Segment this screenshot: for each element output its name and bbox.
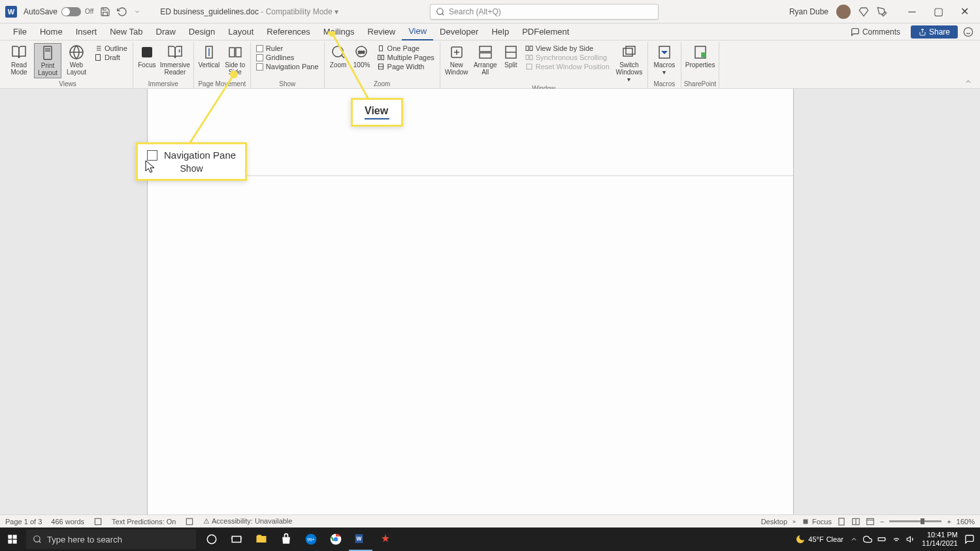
avatar[interactable] — [836, 5, 851, 19]
autosave-switch-icon[interactable] — [61, 7, 81, 16]
vertical-icon — [201, 44, 217, 60]
immersive-group-label: Immersive — [148, 80, 178, 88]
task-view-icon[interactable] — [225, 527, 248, 551]
notifications-icon[interactable] — [964, 534, 975, 544]
svg-rect-61 — [13, 540, 17, 544]
outline-button[interactable]: Outline — [94, 44, 127, 52]
user-name[interactable]: Ryan Dube — [789, 7, 828, 16]
zoom-in-button[interactable]: + — [947, 518, 951, 526]
one-page-button[interactable]: One Page — [377, 44, 434, 52]
web-layout-view-icon[interactable] — [866, 517, 875, 526]
properties-button[interactable]: Properties — [685, 43, 716, 70]
clock[interactable]: 10:41 PM 11/14/2021 — [922, 531, 958, 548]
maximize-button[interactable]: ▢ — [928, 4, 949, 20]
minimize-button[interactable]: ─ — [902, 4, 923, 20]
start-button[interactable] — [0, 527, 25, 551]
gridlines-checkbox[interactable]: Gridlines — [256, 54, 319, 61]
read-mode-view-icon[interactable] — [851, 517, 860, 526]
immersive-reader-button[interactable]: Immersive Reader — [159, 43, 191, 77]
tab-insert[interactable]: Insert — [69, 24, 104, 40]
focus-mode-button[interactable]: Focus — [801, 517, 832, 526]
qat-dropdown-icon[interactable] — [134, 7, 140, 17]
vertical-button[interactable]: Vertical — [197, 43, 221, 70]
zoom-button[interactable]: Zoom — [327, 43, 350, 70]
focus-button[interactable]: Focus — [136, 43, 158, 70]
focus-icon — [801, 517, 810, 526]
read-mode-button[interactable]: Read Mode — [5, 43, 33, 77]
arrange-all-button[interactable]: Arrange All — [472, 43, 499, 77]
close-button[interactable]: ✕ — [954, 4, 975, 20]
save-icon[interactable] — [100, 7, 110, 17]
print-layout-view-icon[interactable] — [837, 517, 846, 526]
tab-pdfelement[interactable]: PDFelement — [515, 24, 576, 40]
spellcheck-icon[interactable] — [93, 517, 103, 526]
svg-rect-37 — [530, 46, 532, 51]
weather-widget[interactable]: 45°F Clear — [795, 534, 843, 544]
tray-chevron-icon[interactable] — [850, 535, 858, 543]
ruler-checkbox[interactable]: Ruler — [256, 44, 319, 52]
zoom-100-button[interactable]: 100 100% — [351, 43, 373, 70]
explorer-taskbar-icon[interactable] — [250, 527, 273, 551]
tab-mailings[interactable]: Mailings — [317, 24, 361, 40]
tab-file[interactable]: File — [7, 24, 33, 40]
undo-icon[interactable] — [117, 7, 127, 17]
page-width-button[interactable]: Page Width — [377, 63, 434, 71]
windows-icon — [7, 534, 18, 544]
tab-home[interactable]: Home — [33, 24, 69, 40]
view-side-by-side-button[interactable]: View Side by Side — [525, 44, 610, 52]
web-layout-button[interactable]: Web Layout — [63, 43, 90, 77]
tab-developer[interactable]: Developer — [433, 24, 485, 40]
language-icon[interactable] — [185, 517, 194, 526]
taskbar-search[interactable]: Type here to search — [26, 529, 196, 549]
feedback-icon[interactable] — [963, 27, 973, 37]
app-taskbar-icon[interactable] — [374, 527, 397, 551]
volume-icon[interactable] — [906, 535, 915, 544]
onedrive-icon[interactable] — [863, 535, 872, 544]
tab-help[interactable]: Help — [485, 24, 515, 40]
word-count[interactable]: 466 words — [51, 518, 84, 526]
word-taskbar-icon[interactable]: W — [349, 527, 372, 551]
edge-taskbar-icon[interactable]: 99+ — [299, 527, 323, 551]
ribbon: Read Mode Print Layout Web Layout Outlin… — [0, 40, 980, 89]
switch-windows-button[interactable]: Switch Windows ▾ — [613, 43, 645, 84]
tab-draw[interactable]: Draw — [150, 24, 182, 40]
store-taskbar-icon[interactable] — [274, 527, 298, 551]
draft-button[interactable]: Draft — [94, 54, 127, 61]
print-layout-button[interactable]: Print Layout — [34, 43, 61, 78]
tab-view[interactable]: View — [402, 24, 433, 40]
zoom-out-button[interactable]: − — [880, 518, 884, 526]
share-button[interactable]: Share — [911, 25, 958, 39]
chrome-taskbar-icon[interactable] — [324, 527, 348, 551]
multiple-pages-button[interactable]: Multiple Pages — [377, 54, 434, 61]
tab-layout[interactable]: Layout — [221, 24, 260, 40]
tab-newtab[interactable]: New Tab — [103, 24, 149, 40]
tab-references[interactable]: References — [260, 24, 316, 40]
autosave-toggle[interactable]: AutoSave Off — [24, 7, 93, 16]
comments-button[interactable]: Comments — [845, 26, 906, 38]
new-window-button[interactable]: New Window — [443, 43, 470, 77]
wifi-icon[interactable] — [892, 535, 901, 544]
ribbon-collapse-button[interactable] — [959, 42, 977, 88]
sharepoint-group-label: SharePoint — [684, 80, 716, 88]
battery-icon[interactable] — [877, 535, 887, 544]
group-page-movement: Vertical Side to Side Page Movement — [194, 42, 251, 88]
macros-button[interactable]: Macros ▾ — [651, 43, 678, 77]
side-to-side-button[interactable]: Side to Side — [223, 43, 248, 77]
diamond-icon[interactable] — [858, 7, 869, 17]
cortana-icon[interactable] — [200, 527, 223, 551]
split-button[interactable]: Split — [500, 43, 521, 70]
zoom-slider[interactable] — [889, 520, 941, 522]
zoom-percent[interactable]: 160% — [956, 518, 975, 526]
tab-review[interactable]: Review — [361, 24, 402, 40]
pen-icon[interactable] — [877, 7, 887, 17]
tab-design[interactable]: Design — [182, 24, 221, 40]
accessibility-status[interactable]: ⚠ Accessibility: Unavailable — [203, 517, 292, 526]
navigation-pane-checkbox[interactable]: Navigation Pane — [256, 63, 319, 71]
svg-point-64 — [207, 535, 216, 544]
search-input[interactable]: Search (Alt+Q) — [430, 4, 659, 20]
page-width-icon — [377, 63, 385, 71]
page-indicator[interactable]: Page 1 of 3 — [5, 518, 42, 526]
chevron-up-icon — [964, 78, 972, 86]
desktop-label[interactable]: Desktop — [761, 518, 787, 526]
text-predictions[interactable]: Text Predictions: On — [112, 518, 176, 526]
